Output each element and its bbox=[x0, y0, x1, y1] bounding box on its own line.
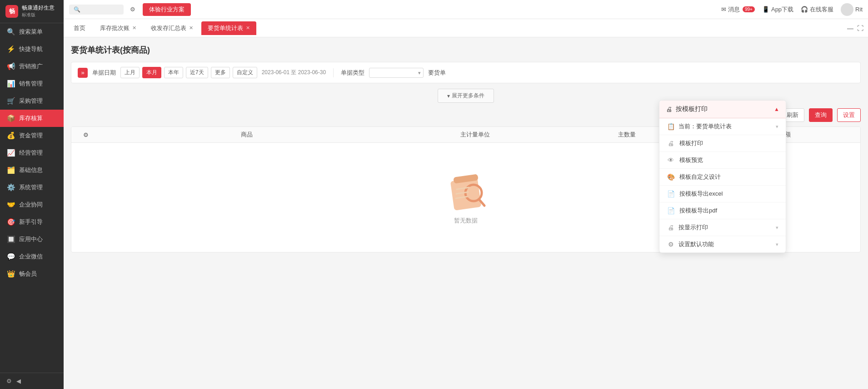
dropdown-item-display-print[interactable]: 🖨 按显示打印 ▾ bbox=[659, 219, 786, 236]
avatar bbox=[841, 3, 853, 16]
expand-icon: ▾ bbox=[447, 93, 450, 99]
tab-order-stats[interactable]: 要货单统计表 ✕ bbox=[201, 21, 256, 35]
page-title: 要货单统计表(按商品) bbox=[71, 45, 861, 56]
sidebar-item-label: 销售管理 bbox=[19, 80, 43, 88]
dropdown-item-export-excel[interactable]: 📄 按模板导出excel bbox=[659, 186, 786, 202]
lightning-icon: ⚡ bbox=[6, 45, 15, 53]
sidebar-item-quicknav[interactable]: ⚡ 快捷导航 bbox=[0, 40, 64, 58]
date-filter-label: 单据日期 bbox=[92, 69, 116, 77]
set-default-icon: ⚙ bbox=[667, 241, 675, 248]
sidebar-item-vip[interactable]: 👑 畅会员 bbox=[0, 265, 64, 283]
user-avatar-btn[interactable]: Rit bbox=[841, 3, 863, 16]
page-content: 要货单统计表(按商品) » 单据日期 上月 本月 本年 近7天 更多 自定义 2… bbox=[64, 37, 868, 389]
refresh-label: 刷新 bbox=[787, 111, 798, 119]
sidebar-item-label: 畅会员 bbox=[19, 270, 37, 278]
filter-bar: » 单据日期 上月 本月 本年 近7天 更多 自定义 2023-06-01 至 … bbox=[71, 62, 861, 83]
dropdown-collapse-btn[interactable]: ▲ bbox=[774, 106, 779, 112]
sidebar-item-inventory[interactable]: 📦 库存核算 bbox=[0, 110, 64, 127]
dropdown-header-left: 🖨 按模板打印 bbox=[666, 105, 708, 113]
tab-home[interactable]: 首页 bbox=[67, 21, 92, 35]
dropdown-item-template-preview[interactable]: 👁 模板预览 bbox=[659, 152, 786, 169]
template-print-label: 模板打印 bbox=[679, 139, 703, 147]
type-select[interactable] bbox=[369, 68, 424, 78]
settings-btn[interactable]: 设置 bbox=[837, 108, 861, 122]
tab-batch-account[interactable]: 库存批次账 ✕ bbox=[94, 21, 143, 35]
trial-btn[interactable]: 体验行业方案 bbox=[143, 3, 191, 16]
empty-text: 暂无数据 bbox=[454, 217, 478, 225]
expand-more-btn[interactable]: ▾ 展开更多条件 bbox=[438, 89, 494, 103]
tab-order-stats-close[interactable]: ✕ bbox=[246, 25, 250, 31]
date-btn-current-year[interactable]: 本年 bbox=[164, 67, 183, 78]
dropdown-item-set-default[interactable]: ⚙ 设置默认功能 ▾ bbox=[659, 236, 786, 253]
sidebar-item-collab[interactable]: 🤝 企业协同 bbox=[0, 196, 64, 213]
dropdown-current-template[interactable]: 📋 当前：要货单统计表 ▾ bbox=[659, 118, 786, 135]
current-template-label: 当前：要货单统计表 bbox=[678, 122, 732, 131]
online-service-btn[interactable]: 🎧 在线客服 bbox=[801, 5, 833, 14]
dropdown-item-template-design[interactable]: 🎨 模板自定义设计 bbox=[659, 169, 786, 186]
th-product: 商品 bbox=[95, 131, 399, 139]
dropdown-title: 按模板打印 bbox=[676, 105, 708, 113]
sidebar-item-appstore[interactable]: 🔲 应用中心 bbox=[0, 231, 64, 248]
dropdown-item-export-pdf[interactable]: 📄 按模板导出pdf bbox=[659, 202, 786, 219]
sidebar-item-label: 资金管理 bbox=[19, 131, 43, 140]
chevron-set-default: ▾ bbox=[776, 242, 778, 248]
tab-batch-account-label: 库存批次账 bbox=[100, 24, 130, 32]
search-icon-top: 🔍 bbox=[74, 6, 80, 13]
logo-badge: 标准版 bbox=[22, 12, 55, 18]
display-print-left: 🖨 按显示打印 bbox=[667, 223, 708, 232]
chevron-display-print: ▾ bbox=[776, 225, 778, 231]
sidebar-item-purchase[interactable]: 🛒 采购管理 bbox=[0, 92, 64, 110]
sidebar-item-newbie[interactable]: 🎯 新手引导 bbox=[0, 213, 64, 231]
chevron-right-icon: ▾ bbox=[776, 124, 778, 130]
crown-icon: 👑 bbox=[6, 270, 15, 278]
user-name: Rit bbox=[855, 6, 863, 13]
tab-receipt-summary-close[interactable]: ✕ bbox=[189, 25, 193, 31]
sidebar-item-sales[interactable]: 📊 销售管理 bbox=[0, 75, 64, 92]
sidebar-item-finance[interactable]: 💰 资金管理 bbox=[0, 127, 64, 144]
tab-receipt-summary[interactable]: 收发存汇总表 ✕ bbox=[145, 21, 200, 35]
online-service-label: 在线客服 bbox=[810, 5, 833, 14]
settings-icon-topbar[interactable]: ⚙ bbox=[130, 6, 135, 13]
query-btn[interactable]: 查询 bbox=[809, 108, 833, 122]
sidebar-item-label: 新手引导 bbox=[19, 218, 43, 226]
message-btn[interactable]: ✉ 消息 99+ bbox=[721, 5, 755, 14]
search-icon: 🔍 bbox=[6, 28, 15, 36]
settings-bottom-icon[interactable]: ⚙ bbox=[6, 378, 12, 384]
minimize-icon[interactable]: — bbox=[847, 25, 854, 32]
export-pdf-label: 按模板导出pdf bbox=[679, 207, 717, 215]
sidebar-item-search[interactable]: 🔍 搜索菜单 bbox=[0, 23, 64, 40]
main: 🔍 ⚙ 体验行业方案 ✉ 消息 99+ 📱 App下载 🎧 在线客服 Rit bbox=[64, 0, 868, 389]
sidebar-item-wechat[interactable]: 💬 企业微信 bbox=[0, 248, 64, 265]
excel-icon-dd: 📄 bbox=[667, 190, 675, 197]
sidebar-nav: 🔍 搜索菜单 ⚡ 快捷导航 📢 营销推广 📊 销售管理 🛒 采购管理 📦 库存核… bbox=[0, 23, 64, 373]
date-btn-7days[interactable]: 近7天 bbox=[186, 67, 208, 78]
tab-batch-account-close[interactable]: ✕ bbox=[132, 25, 136, 31]
topbar: 🔍 ⚙ 体验行业方案 ✉ 消息 99+ 📱 App下载 🎧 在线客服 Rit bbox=[64, 0, 868, 19]
dropdown-header: 🖨 按模板打印 ▲ bbox=[659, 101, 786, 118]
sidebar-item-marketing[interactable]: 📢 营销推广 bbox=[0, 58, 64, 75]
app-download-btn[interactable]: 📱 App下载 bbox=[762, 5, 793, 14]
empty-illustration bbox=[445, 170, 486, 211]
collapse-icon[interactable]: ◀ bbox=[16, 378, 21, 384]
current-template-left: 📋 当前：要货单统计表 bbox=[667, 122, 732, 131]
date-btn-prev-month[interactable]: 上月 bbox=[120, 67, 140, 78]
trend-icon: 📈 bbox=[6, 149, 15, 157]
filter-expand-btn[interactable]: » bbox=[78, 68, 88, 78]
maximize-icon[interactable]: ⛶ bbox=[857, 25, 864, 32]
app-download-label: App下载 bbox=[771, 5, 793, 14]
date-btn-current-month[interactable]: 本月 bbox=[142, 67, 161, 78]
gear-icon: ⚙️ bbox=[6, 183, 15, 192]
date-btn-custom[interactable]: 自定义 bbox=[233, 67, 257, 78]
dropdown-item-template-print[interactable]: 🖨 模板打印 bbox=[659, 135, 786, 152]
sidebar-item-operation[interactable]: 📈 经营管理 bbox=[0, 144, 64, 162]
date-btn-more[interactable]: 更多 bbox=[211, 67, 230, 78]
handshake-icon: 🤝 bbox=[6, 201, 15, 209]
th-settings[interactable]: ⚙ bbox=[77, 131, 95, 138]
set-default-label: 设置默认功能 bbox=[678, 240, 714, 248]
sidebar-item-system[interactable]: ⚙️ 系统管理 bbox=[0, 179, 64, 196]
topbar-search-box[interactable]: 🔍 bbox=[69, 5, 124, 15]
logo-icon: 畅 bbox=[5, 5, 18, 18]
sidebar-item-basic[interactable]: 🗂️ 基础信息 bbox=[0, 162, 64, 179]
display-print-icon: 🖨 bbox=[667, 224, 675, 231]
template-preview-label: 模板预览 bbox=[679, 156, 703, 164]
